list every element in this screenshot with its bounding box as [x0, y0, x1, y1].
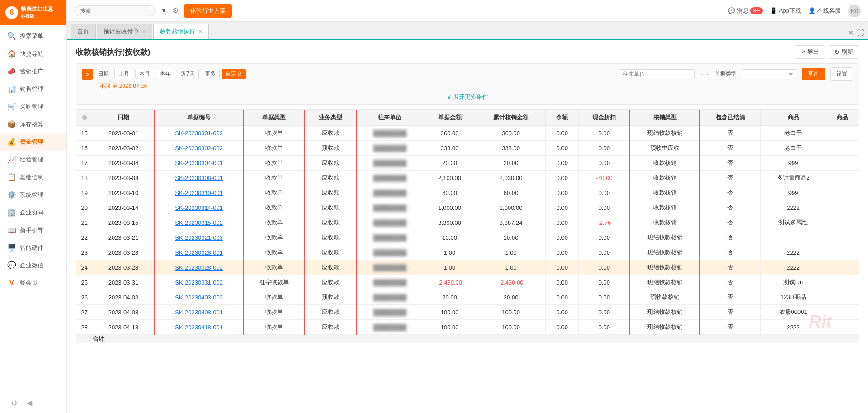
- td-doc-no[interactable]: SK-20230301-002: [154, 126, 244, 141]
- tab-home[interactable]: 首页: [71, 24, 96, 39]
- chevron-down-icon: ∨: [447, 94, 452, 100]
- td-include-cleared: 否: [700, 290, 760, 305]
- td-doc-no[interactable]: SK-20230328-002: [154, 260, 244, 275]
- dropdown-arrow: ▼: [161, 7, 167, 14]
- close-all-icon[interactable]: ✕: [848, 28, 854, 37]
- date-btn-this-month[interactable]: 本月: [135, 69, 154, 79]
- expand-btn[interactable]: ∨ 展开更多条件: [447, 93, 488, 101]
- td-doc-no[interactable]: SK-20230321-003: [154, 230, 244, 245]
- topbar-dropdown[interactable]: ▼: [161, 7, 167, 14]
- settings-bottom-icon[interactable]: ⚙: [7, 396, 21, 409]
- td-partner: ████████: [356, 185, 423, 200]
- td-include-cleared: 否: [700, 215, 760, 230]
- table-row: 242023-03-28SK-20230328-002收款单应收款███████…: [76, 260, 859, 275]
- td-doc-type: 收款单: [244, 230, 305, 245]
- date-btn-more[interactable]: 更多: [201, 69, 220, 79]
- online-service-item[interactable]: 👤 在线客服: [808, 7, 841, 15]
- table-row: 202023-03-14SK-20230314-001收款单应收款███████…: [76, 200, 859, 215]
- sidebar-item-inventory[interactable]: 📦 库存核算: [0, 115, 66, 133]
- collapse-icon[interactable]: ◀: [23, 396, 36, 409]
- date-btn-custom[interactable]: 自定义: [222, 69, 246, 79]
- td-product1: 123D商品: [760, 290, 826, 305]
- td-doc-no[interactable]: SK-20230308-001: [154, 171, 244, 185]
- td-doc-no[interactable]: SK-20230310-001: [154, 185, 244, 200]
- user-avatar[interactable]: Rit: [848, 5, 861, 17]
- sidebar-item-marketing[interactable]: 📣 营销推广: [0, 62, 66, 80]
- filter-bar: » 日期 上月 本月 本年 近7天 更多 自定义 ··· 单据类型 查询: [76, 63, 859, 105]
- message-item[interactable]: 💬 消息 99+: [728, 7, 763, 15]
- td-partner: ████████: [356, 275, 423, 290]
- td-product1: 测试jun: [760, 275, 826, 290]
- gear-icon[interactable]: ⚙: [172, 6, 179, 15]
- sidebar-item-label: 系统管理: [20, 191, 43, 199]
- td-doc-type: 收款单: [244, 141, 305, 156]
- date-btn-last-month[interactable]: 上月: [114, 69, 133, 79]
- td-doc-no[interactable]: SK-20230304-001: [154, 156, 244, 171]
- logo-text: 畅康道好生意 标推版: [21, 6, 53, 19]
- partner-input[interactable]: [619, 69, 695, 79]
- sidebar-item-system[interactable]: ⚙️ 系统管理: [0, 186, 66, 204]
- td-doc-no[interactable]: SK-20230314-001: [154, 200, 244, 215]
- td-doc-no[interactable]: SK-20230418-001: [154, 320, 244, 335]
- sidebar-item-weixin[interactable]: 💬 企业微信: [0, 256, 66, 274]
- date-btn-7days[interactable]: 近7天: [177, 69, 199, 79]
- th-date: 日期: [93, 110, 154, 126]
- td-doc-no[interactable]: SK-20230315-002: [154, 215, 244, 230]
- sidebar-item-search[interactable]: 🔍 搜索菜单: [0, 27, 66, 45]
- td-doc-no[interactable]: SK-20230408-001: [154, 305, 244, 320]
- td-id: 25: [76, 275, 93, 290]
- topbar-right: 💬 消息 99+ 📱 App下载 👤 在线客服 Rit: [728, 5, 861, 17]
- export-btn[interactable]: ↗ 导出: [795, 45, 825, 59]
- search-input[interactable]: [74, 5, 156, 16]
- td-doc-no[interactable]: SK-20230403-002: [154, 290, 244, 305]
- sidebar-item-basic[interactable]: 📋 基础信息: [0, 168, 66, 186]
- td-write-off: 1,000.00: [476, 200, 545, 215]
- sidebar-item-finance[interactable]: 💰 资金管理: [0, 133, 66, 151]
- app-download-item[interactable]: 📱 App下载: [770, 7, 801, 15]
- td-amount: 1.00: [423, 260, 476, 275]
- app-icon: 📱: [770, 7, 777, 14]
- sidebar-item-member[interactable]: V 畅会员: [0, 274, 66, 291]
- date-btn-this-year[interactable]: 本年: [156, 69, 175, 79]
- td-write-off: 20.00: [476, 290, 545, 305]
- td-writeoff-type: 收款核销: [630, 185, 700, 200]
- td-doc-no[interactable]: SK-20230328-001: [154, 245, 244, 260]
- tab-prepay-close[interactable]: ×: [142, 28, 146, 35]
- sidebar-item-quicknav[interactable]: 🏠 快捷导航: [0, 45, 66, 62]
- doc-type-select[interactable]: [742, 69, 796, 79]
- date-range-text: 不限 至 2023-07-26: [100, 82, 147, 90]
- sidebar-item-label: 基础信息: [20, 173, 43, 181]
- sidebar-item-sales[interactable]: 📊 销售管理: [0, 80, 66, 98]
- tab-prepay-label: 预计应收付单: [104, 28, 139, 36]
- table-row: 182023-03-08SK-20230308-001收款单应收款███████…: [76, 171, 859, 185]
- td-product1: 999: [760, 185, 826, 200]
- solution-btn[interactable]: 体验行业方案: [184, 4, 232, 18]
- query-btn[interactable]: 查询: [802, 68, 825, 80]
- tab-collection-close[interactable]: ×: [199, 28, 202, 35]
- td-id: 20: [76, 200, 93, 215]
- td-partner: ████████: [356, 245, 423, 260]
- td-product1: 多计量商品2: [760, 171, 826, 185]
- refresh-btn[interactable]: ↻ 刷新: [829, 45, 859, 59]
- table-row: 162023-03-02SK-20230302-002收款单预收款███████…: [76, 141, 859, 156]
- sidebar-item-operation[interactable]: 📈 经营管理: [0, 151, 66, 168]
- td-doc-no[interactable]: SK-20230331-002: [154, 275, 244, 290]
- td-doc-no[interactable]: SK-20230302-002: [154, 141, 244, 156]
- sidebar-item-hardware[interactable]: 🖥️ 智能硬件: [0, 239, 66, 256]
- sidebar-item-purchase[interactable]: 🛒 采购管理: [0, 98, 66, 115]
- tab-prepay[interactable]: 预计应收付单 ×: [97, 24, 152, 39]
- tab-collection[interactable]: 收款核销执行 ×: [153, 24, 209, 39]
- maximize-icon[interactable]: ⛶: [857, 29, 864, 37]
- td-cash-discount: 0.00: [579, 141, 630, 156]
- td-amount: 20.00: [423, 290, 476, 305]
- td-write-off: -2,430.00: [476, 275, 545, 290]
- app-download-label: App下载: [779, 7, 801, 15]
- th-biz-type: 业务类型: [305, 110, 357, 126]
- filter-toggle-btn[interactable]: »: [82, 69, 93, 80]
- th-settings[interactable]: ⚙: [76, 110, 93, 126]
- sidebar-item-guide[interactable]: 📖 新手引导: [0, 221, 66, 239]
- th-balance: 余额: [546, 110, 579, 126]
- settings-btn[interactable]: 设置: [830, 67, 853, 81]
- sidebar-item-corp[interactable]: 🏢 企业协同: [0, 204, 66, 221]
- filter-dots: ···: [700, 71, 709, 77]
